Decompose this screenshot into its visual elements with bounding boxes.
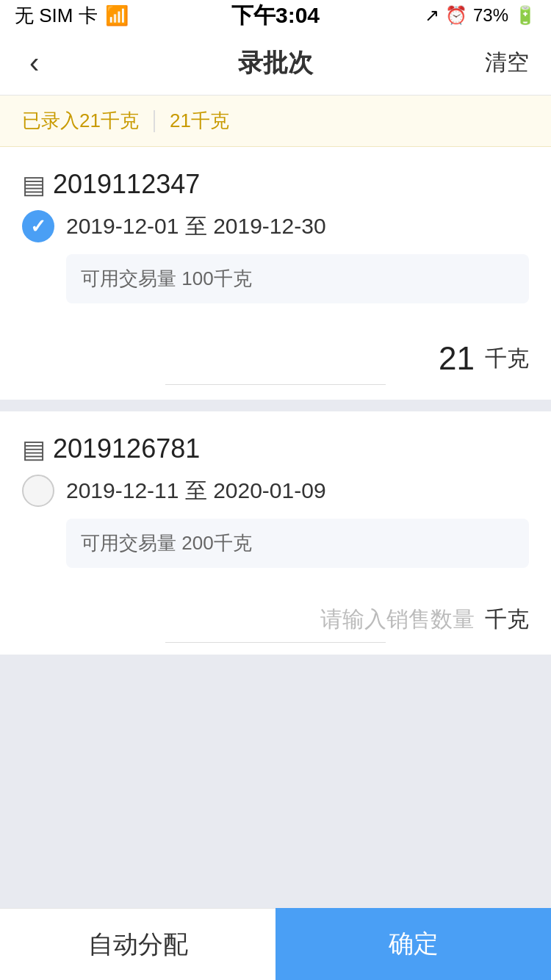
confirm-button[interactable]: 确定 — [276, 908, 551, 980]
nav-bar: ‹ 录批次 清空 — [0, 31, 551, 96]
batch1-card: ▤ 2019112347 2019-12-01 至 2019-12-30 可用交… — [0, 147, 551, 325]
batch1-available: 可用交易量 100千克 — [66, 254, 529, 303]
batch1-row: 2019-12-01 至 2019-12-30 — [22, 210, 529, 242]
batch2-header: ▤ 2019126781 — [22, 433, 529, 464]
batch2-row: 2019-12-11 至 2020-01-09 — [22, 475, 529, 507]
location-icon: ↗ — [425, 5, 439, 26]
batch2-input-divider — [165, 642, 386, 643]
batch1-qty-unit: 千克 — [485, 344, 529, 374]
carrier-label: 无 SIM 卡 — [15, 3, 98, 29]
batch1-qty-row: 21 千克 — [0, 325, 551, 384]
batch1-qty-divider — [165, 384, 386, 385]
batch2-input-placeholder[interactable]: 请输入销售数量 — [320, 605, 475, 635]
content-area: 已录入21千克 21千克 ▤ 2019112347 2019-12-01 至 2… — [0, 96, 551, 908]
section-divider — [0, 400, 551, 411]
info-amount: 21千克 — [170, 108, 229, 134]
info-divider — [154, 110, 155, 132]
alarm-icon: ⏰ — [445, 5, 467, 26]
batch2-date-range: 2019-12-11 至 2020-01-09 — [66, 476, 326, 506]
batch1-icon: ▤ — [22, 170, 46, 199]
battery-label: 73% — [473, 5, 508, 26]
info-banner: 已录入21千克 21千克 — [0, 96, 551, 147]
auto-distribute-button[interactable]: 自动分配 — [0, 908, 276, 980]
status-left: 无 SIM 卡 📶 — [15, 3, 129, 29]
batch1-id: 2019112347 — [53, 169, 200, 200]
batch1-divider-container — [0, 384, 551, 400]
batch2-input-row: 请输入销售数量 千克 — [0, 590, 551, 642]
batch1-date-range: 2019-12-01 至 2019-12-30 — [66, 212, 326, 242]
batch2-card: ▤ 2019126781 2019-12-11 至 2020-01-09 可用交… — [0, 411, 551, 590]
batch1-qty-value: 21 — [439, 340, 475, 377]
bottom-bar: 自动分配 确定 — [0, 908, 551, 980]
page-title: 录批次 — [238, 46, 313, 80]
back-button[interactable]: ‹ — [22, 39, 46, 87]
batch2-id: 2019126781 — [53, 433, 200, 464]
batch2-icon: ▤ — [22, 434, 46, 464]
status-time: 下午3:04 — [231, 1, 320, 31]
status-right: ↗ ⏰ 73% 🔋 — [425, 5, 536, 26]
batch2-radio[interactable] — [22, 475, 54, 507]
gray-area — [0, 655, 551, 908]
wifi-icon: 📶 — [105, 4, 129, 27]
batch1-header: ▤ 2019112347 — [22, 169, 529, 200]
recorded-label: 已录入21千克 — [22, 108, 139, 134]
clear-button[interactable]: 清空 — [485, 48, 529, 78]
batch1-radio[interactable] — [22, 210, 54, 242]
batch2-divider-container — [0, 642, 551, 655]
status-bar: 无 SIM 卡 📶 下午3:04 ↗ ⏰ 73% 🔋 — [0, 0, 551, 31]
batch2-input-unit: 千克 — [485, 605, 529, 635]
batch2-available: 可用交易量 200千克 — [66, 519, 529, 568]
battery-icon: 🔋 — [514, 5, 536, 26]
